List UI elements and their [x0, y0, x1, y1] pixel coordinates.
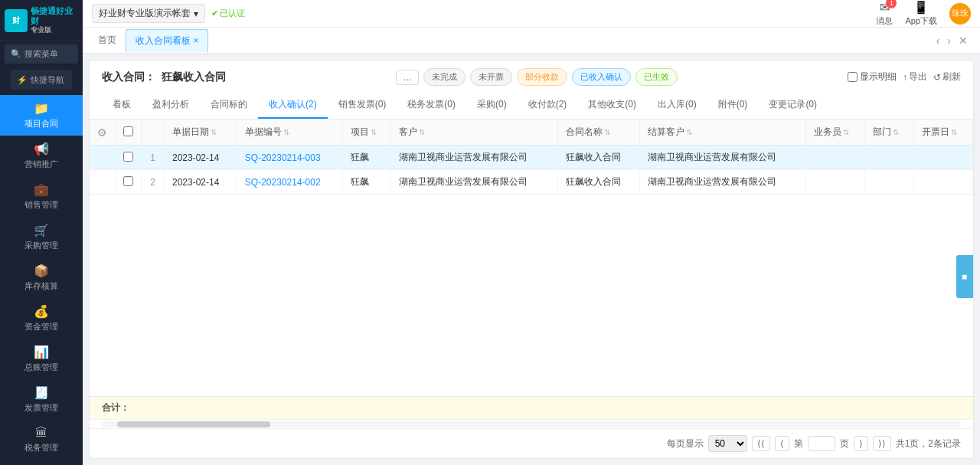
th-settlement[interactable]: 结算客户 ⇅: [639, 120, 806, 146]
row-checkbox-1[interactable]: [123, 176, 133, 186]
status-active[interactable]: 已生效: [635, 68, 678, 86]
table-row[interactable]: 1 2023-02-14 SQ-20230214-003 狂飙 湖南卫视商业运营…: [90, 146, 973, 170]
cell-settlement-1: 湖南卫视商业运营发展有限公司: [639, 170, 806, 195]
float-label: ◼: [961, 273, 969, 280]
show-detail-checkbox[interactable]: [848, 72, 858, 82]
tab-close-btn[interactable]: ✕: [956, 33, 971, 48]
page-title-actions: … 未完成 未开票 部分收款 已收入确认 已生效: [396, 68, 678, 86]
th-date[interactable]: 单据日期 ⇅: [165, 120, 237, 146]
sort-settlement-icon: ⇅: [686, 128, 692, 136]
page-input[interactable]: 1: [808, 436, 835, 451]
right-float-button[interactable]: ◼: [956, 255, 973, 298]
status-not-complete[interactable]: 未完成: [423, 68, 466, 86]
sub-tab-4[interactable]: 销售发票(0): [328, 92, 397, 119]
page-prev-btn[interactable]: ⟨: [775, 436, 789, 451]
export-button[interactable]: ↑ 导出: [903, 70, 927, 84]
home-tab[interactable]: 首页: [92, 29, 122, 51]
th-customer[interactable]: 客户 ⇅: [391, 120, 558, 146]
sidebar-item-8[interactable]: 🏛 税务管理: [0, 420, 83, 460]
sidebar-label-5: 资金管理: [24, 321, 58, 332]
sub-tab-1[interactable]: 盈利分析: [142, 92, 200, 119]
th-invoice-date[interactable]: 开票日 ⇅: [913, 120, 972, 146]
sidebar-item-3[interactable]: 🛒 采购管理: [0, 217, 83, 257]
sidebar-icon-1: 📢: [34, 142, 49, 156]
sidebar-item-2[interactable]: 💼 销售管理: [0, 176, 83, 217]
sub-tab-2[interactable]: 合同标的: [200, 92, 258, 119]
th-num: [142, 120, 165, 146]
scrollbar-thumb[interactable]: [117, 421, 270, 427]
th-contract[interactable]: 合同名称 ⇅: [557, 120, 639, 146]
sub-tab-10[interactable]: 附件(0): [707, 92, 759, 119]
sidebar-item-9[interactable]: 🏗 固定资产: [0, 460, 83, 465]
quick-nav-button[interactable]: ⚡ 快捷导航: [11, 70, 72, 90]
row-checkbox-0[interactable]: [123, 152, 133, 162]
status-confirmed[interactable]: 已收入确认: [572, 68, 631, 86]
active-tab[interactable]: 收入合同看板 ×: [126, 29, 208, 52]
sidebar-item-7[interactable]: 🧾 发票管理: [0, 379, 83, 420]
tabbar: 首页 收入合同看板 × ‹ › ✕: [83, 28, 980, 54]
verified-badge: ✔ 已认证: [211, 8, 245, 19]
page-next-btn[interactable]: ⟩: [854, 436, 868, 451]
sub-tab-8[interactable]: 其他收支(0): [577, 92, 647, 119]
sub-tab-6[interactable]: 采购(0): [466, 92, 518, 119]
sidebar-label-8: 税务管理: [24, 442, 58, 454]
th-salesman[interactable]: 业务员 ⇅: [806, 120, 865, 146]
sub-tab-9[interactable]: 出入库(0): [647, 92, 707, 119]
refresh-button[interactable]: ↺ 刷新: [933, 70, 961, 84]
sidebar-item-5[interactable]: 💰 资金管理: [0, 298, 83, 339]
sidebar-item-4[interactable]: 📦 库存核算: [0, 257, 83, 298]
tab-prev-btn[interactable]: ‹: [933, 33, 943, 48]
th-settings[interactable]: ⚙: [90, 120, 116, 146]
sub-tab-0[interactable]: 看板: [102, 92, 142, 119]
order-link-1[interactable]: SQ-20230214-002: [245, 177, 321, 188]
sidebar-item-1[interactable]: 📢 营销推广: [0, 136, 83, 176]
export-icon: ↑: [903, 72, 907, 83]
show-detail-label[interactable]: 显示明细: [848, 70, 897, 84]
app-download-action[interactable]: 📱 App下载: [905, 0, 937, 27]
sidebar-item-0[interactable]: 📁 项目合同: [0, 95, 83, 136]
order-link-0[interactable]: SQ-20230214-003: [245, 152, 321, 163]
search-menu-button[interactable]: 🔍 搜索菜单: [5, 44, 78, 64]
sort-invoice-icon: ⇅: [951, 128, 957, 136]
sidebar-item-6[interactable]: 📊 总账管理: [0, 339, 83, 379]
sort-orderno-icon: ⇅: [283, 128, 289, 136]
status-not-open[interactable]: 未开票: [470, 68, 512, 86]
page-size-select[interactable]: 50 20 100: [708, 435, 747, 452]
page-last-btn[interactable]: ⟩⟩: [873, 436, 891, 451]
company-name: 好业财专业版演示帐套: [99, 7, 191, 20]
cell-checkbox-1[interactable]: [116, 170, 142, 195]
th-order-no[interactable]: 单据编号 ⇅: [237, 120, 342, 146]
topbar-left: 好业财专业版演示帐套 ▾ ✔ 已认证: [92, 4, 245, 23]
th-department[interactable]: 部门 ⇅: [865, 120, 913, 146]
select-all-checkbox[interactable]: [123, 126, 133, 136]
th-project[interactable]: 项目 ⇅: [342, 120, 390, 146]
cell-checkbox-0[interactable]: [116, 146, 142, 170]
table-area[interactable]: ⚙ 单据日期 ⇅: [90, 120, 973, 396]
th-checkbox[interactable]: [116, 120, 142, 146]
cell-orderno-0[interactable]: SQ-20230214-003: [237, 146, 342, 170]
status-partial[interactable]: 部分收款: [517, 68, 567, 86]
user-avatar[interactable]: 珠珠: [949, 3, 971, 25]
sub-tab-11[interactable]: 变更记录(0): [758, 92, 828, 119]
message-action[interactable]: ✉ 1 消息: [876, 0, 893, 27]
quick-nav-area[interactable]: ⚡ 快捷导航: [0, 67, 83, 95]
sidebar-icon-5: 💰: [34, 304, 49, 319]
cell-settings-0: [90, 146, 116, 170]
table-row[interactable]: 2 2023-02-14 SQ-20230214-002 狂飙 湖南卫视商业运营…: [90, 170, 973, 195]
sub-tab-5[interactable]: 税务发票(0): [397, 92, 466, 119]
search-icon: 🔍: [11, 49, 21, 59]
company-select[interactable]: 好业财专业版演示帐套 ▾: [92, 4, 205, 23]
sort-project-icon: ⇅: [371, 128, 377, 136]
settings-icon[interactable]: ⚙: [97, 126, 107, 139]
sort-dept-icon: ⇅: [893, 128, 899, 136]
sub-tab-3[interactable]: 收入确认(2): [258, 92, 328, 119]
cell-orderno-1[interactable]: SQ-20230214-002: [237, 170, 342, 195]
tab-next-btn[interactable]: ›: [944, 33, 954, 48]
sub-tab-7[interactable]: 收付款(2): [518, 92, 578, 119]
scrollbar-area[interactable]: [90, 419, 973, 428]
header-right-actions: 显示明细 ↑ 导出 ↺ 刷新: [848, 70, 961, 84]
sidebar: 财 畅捷通好业财 专业版 🔍 搜索菜单 ⚡ 快捷导航 📁 项目合同 📢 营销推广…: [0, 0, 83, 465]
page-first-btn[interactable]: ⟨⟨: [752, 436, 770, 451]
sidebar-search-area[interactable]: 🔍 搜索菜单: [0, 41, 83, 67]
more-button[interactable]: …: [396, 70, 419, 85]
